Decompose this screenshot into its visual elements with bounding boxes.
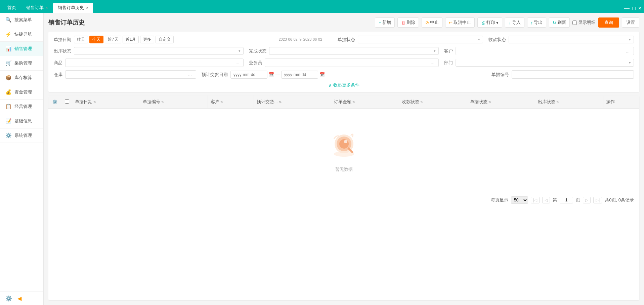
delivery-date-end-cal-icon[interactable]: 📅 bbox=[319, 72, 325, 77]
print-arrow-icon: ▾ bbox=[496, 20, 499, 25]
settings-bottom-icon[interactable]: ⚙️ bbox=[5, 295, 12, 302]
page-title: 销售订单历史 bbox=[48, 18, 85, 27]
date-7days-btn[interactable]: 近7天 bbox=[105, 36, 121, 43]
th-delivery[interactable]: 预计交货... ⇅ bbox=[254, 96, 331, 109]
system-icon: ⚙️ bbox=[5, 132, 12, 139]
export-button[interactable]: ↑ 导出 bbox=[527, 17, 547, 28]
svg-point-4 bbox=[344, 140, 347, 143]
bill-no-input[interactable] bbox=[512, 70, 634, 79]
th-amount-sort-icon: ⇅ bbox=[352, 100, 355, 104]
sidebar-item-search[interactable]: 🔍 搜索菜单 bbox=[0, 13, 43, 27]
salesman-label: 业务员 bbox=[249, 60, 262, 66]
date-1month-btn[interactable]: 近1月 bbox=[123, 36, 139, 43]
tab-sales-order-history-close[interactable]: × bbox=[86, 6, 88, 10]
tab-sales-order-history[interactable]: 销售订单历史 × bbox=[53, 3, 93, 13]
customer-dots-icon[interactable]: ... bbox=[625, 48, 631, 53]
sidebar-item-purchase[interactable]: 🛒 采购管理 bbox=[0, 56, 43, 71]
collection-status-select[interactable]: ▾ bbox=[509, 36, 634, 43]
collapse-label: 收起更多条件 bbox=[333, 82, 359, 88]
query-button[interactable]: 查询 bbox=[598, 17, 619, 28]
th-customer[interactable]: 客户 ⇅ bbox=[208, 96, 254, 109]
tab-home[interactable]: 首页 bbox=[3, 3, 21, 13]
stop-button[interactable]: ⊘ 中止 bbox=[422, 17, 442, 28]
th-bill-status-label: 单据状态 bbox=[470, 99, 487, 105]
sidebar-item-operations[interactable]: 📋 经营管理 bbox=[0, 100, 43, 114]
bill-status-select[interactable]: ▾ bbox=[358, 36, 483, 43]
out-status-select[interactable]: ▾ bbox=[74, 47, 244, 55]
display-cols-checkbox[interactable] bbox=[572, 21, 577, 25]
sidebar-item-basic[interactable]: 📝 基础信息 bbox=[0, 114, 43, 128]
last-page-btn[interactable]: ▷| bbox=[593, 197, 602, 203]
first-page-btn[interactable]: |◁ bbox=[531, 197, 540, 203]
th-bill-no-label: 单据编号 bbox=[143, 99, 160, 105]
pagination: 每页显示 50 10 20 100 |◁ ◁ 第 页 ▷ ▷| 共0页, 0条记… bbox=[48, 193, 639, 207]
refresh-label: 刷新 bbox=[557, 20, 566, 26]
export-label: 导出 bbox=[534, 20, 543, 26]
collapse-sidebar-icon[interactable]: ◀ bbox=[17, 295, 22, 302]
date-more-btn[interactable]: 更多 bbox=[140, 36, 154, 43]
collapse-bar[interactable]: ∧ 收起更多条件 bbox=[54, 82, 634, 88]
salesman-dots-icon[interactable]: ... bbox=[429, 60, 436, 65]
import-label: 导入 bbox=[512, 20, 521, 26]
th-date-label: 单据日期 bbox=[75, 99, 92, 105]
th-out-status[interactable]: 出库状态 ⇅ bbox=[535, 96, 603, 109]
delete-icon: 🗑 bbox=[401, 20, 405, 25]
filter-bill-no: 单据编号 bbox=[491, 70, 634, 79]
customer-label: 客户 bbox=[444, 48, 453, 54]
th-bill-no[interactable]: 单据编号 ⇅ bbox=[140, 96, 208, 109]
sidebar-item-quicknav[interactable]: ⚡ 快捷导航 bbox=[0, 27, 43, 42]
delivery-date-end-input[interactable] bbox=[281, 71, 318, 79]
date-custom-btn[interactable]: 自定义 bbox=[156, 36, 174, 43]
refresh-button[interactable]: ↻ 刷新 bbox=[549, 17, 570, 28]
sidebar-item-finance[interactable]: 💰 资金管理 bbox=[0, 85, 43, 100]
th-collection-status-label: 收款状态 bbox=[402, 99, 419, 105]
page-label: 第 bbox=[553, 197, 557, 203]
sidebar-item-system[interactable]: ⚙️ 系统管理 bbox=[0, 128, 43, 143]
date-quick-btns: 昨天 今天 近7天 近1月 更多 自定义 bbox=[74, 36, 174, 43]
complete-status-select[interactable]: ▾ bbox=[269, 47, 439, 55]
purchase-icon: 🛒 bbox=[5, 60, 12, 66]
th-amount[interactable]: 订单金额 ⇅ bbox=[331, 96, 399, 109]
dept-select[interactable]: ▾ bbox=[456, 59, 634, 67]
print-button[interactable]: 🖨 打印 ▾ bbox=[477, 17, 502, 28]
th-collection-status-sort-icon: ⇅ bbox=[420, 100, 423, 104]
th-bill-status[interactable]: 单据状态 ⇅ bbox=[467, 96, 535, 109]
th-checkbox[interactable] bbox=[62, 96, 72, 109]
sidebar-item-inventory[interactable]: 📦 库存核算 bbox=[0, 71, 43, 85]
warehouse-dots-icon[interactable]: ... bbox=[187, 72, 193, 77]
prev-page-btn[interactable]: ◁ bbox=[542, 197, 550, 203]
settings-button[interactable]: 设置 bbox=[622, 17, 639, 28]
import-button[interactable]: ↓ 导入 bbox=[505, 17, 524, 28]
sidebar-item-sales[interactable]: 📊 销售管理 bbox=[0, 42, 43, 56]
th-date[interactable]: 单据日期 ⇅ bbox=[72, 96, 140, 109]
th-collection-status[interactable]: 收款状态 ⇅ bbox=[399, 96, 467, 109]
window-close-btn[interactable]: × bbox=[638, 5, 641, 11]
date-today-btn[interactable]: 今天 bbox=[89, 36, 103, 43]
tab-sales-order-close[interactable]: × bbox=[46, 6, 48, 10]
add-button[interactable]: + 新增 bbox=[375, 17, 395, 28]
empty-illustration bbox=[327, 129, 361, 162]
bill-status-label: 单据状态 bbox=[338, 37, 355, 43]
cancel-stop-button[interactable]: ↩ 取消中止 bbox=[445, 17, 475, 28]
filter-row-2: 出库状态 ▾ 完成状态 ▾ 客户 bbox=[54, 47, 634, 55]
page-size-select[interactable]: 50 10 20 100 bbox=[511, 196, 528, 204]
window-maximize-btn[interactable]: □ bbox=[632, 5, 636, 11]
delivery-date-start-cal-icon[interactable]: 📅 bbox=[269, 72, 274, 77]
export-icon: ↑ bbox=[531, 20, 533, 25]
goods-label: 商品 bbox=[54, 60, 62, 66]
window-minimize-btn[interactable]: — bbox=[624, 5, 630, 11]
page-size-label: 每页显示 bbox=[491, 197, 508, 203]
next-page-btn[interactable]: ▷ bbox=[583, 197, 591, 203]
delivery-date-start-input[interactable] bbox=[230, 71, 267, 79]
delete-button[interactable]: 🗑 删除 bbox=[397, 17, 419, 28]
current-page-input[interactable] bbox=[560, 197, 573, 203]
th-settings[interactable]: ⚙️ bbox=[48, 96, 62, 109]
display-cols-check[interactable]: 显示明细 bbox=[572, 20, 596, 26]
print-label: 打印 bbox=[486, 20, 495, 26]
sidebar-item-search-label: 搜索菜单 bbox=[14, 17, 32, 23]
date-yesterday-btn[interactable]: 昨天 bbox=[74, 36, 88, 43]
tab-sales-order[interactable]: 销售订单 × bbox=[22, 3, 52, 13]
select-all-checkbox[interactable] bbox=[65, 99, 69, 104]
add-label: 新增 bbox=[382, 20, 391, 26]
goods-dots-icon[interactable]: ... bbox=[234, 60, 241, 65]
